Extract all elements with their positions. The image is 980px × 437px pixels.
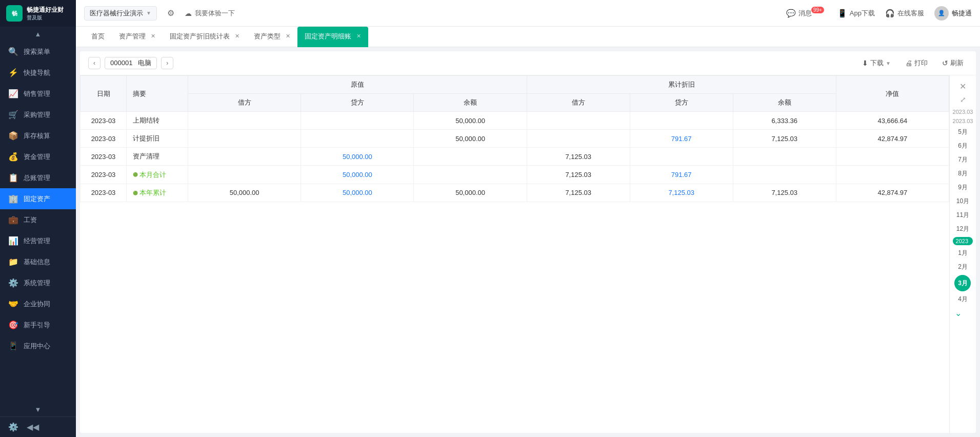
sidebar-scroll-up[interactable]: ▲	[0, 27, 76, 41]
experience-btn[interactable]: ☁ 我要体验一下	[185, 9, 235, 18]
sidebar-scroll-down[interactable]: ▼	[0, 402, 76, 416]
th-date: 日期	[81, 76, 127, 112]
tabbar: 首页 资产管理 ✕ 固定资产折旧统计表 ✕ 资产类型 ✕ 固定资产明细账 ✕	[76, 27, 980, 47]
close-tab-asset-type[interactable]: ✕	[286, 33, 290, 39]
cell-acc-debit: 7,125.03	[527, 166, 630, 184]
tl-year-label: 2023.03	[953, 107, 973, 116]
sidebar-item-finance[interactable]: 💰 资金管理	[0, 146, 76, 167]
avatar: 👤	[934, 6, 949, 21]
sidebar-icon-quicknav: ⚡	[8, 68, 18, 77]
sidebar-item-system[interactable]: ⚙️ 系统管理	[0, 272, 76, 293]
sidebar-label-inventory: 库存核算	[24, 131, 50, 141]
sidebar-item-sales[interactable]: 📈 销售管理	[0, 83, 76, 104]
table-row: 2023-03 本月合计 50,000.00 7,125.03 791.67	[81, 166, 949, 184]
cell-acc-balance: 7,125.03	[733, 130, 836, 148]
table-row: 2023-03 资产清理 50,000.00 7,125.03	[81, 148, 949, 166]
company-selector[interactable]: 医疗器械行业演示 ▼	[84, 6, 157, 21]
tl-year-label: 2023.03	[953, 116, 973, 125]
tl-close-btn[interactable]: ✕	[959, 80, 966, 92]
tl-month[interactable]: 2月	[953, 260, 973, 274]
th-orig-credit: 贷方	[301, 94, 414, 112]
sidebar-item-quicknav[interactable]: ⚡ 快捷导航	[0, 62, 76, 83]
sidebar-label-ledger: 总账管理	[24, 173, 50, 183]
sidebar-icon-guide: 🎯	[8, 320, 18, 330]
tl-month[interactable]: 5月	[953, 125, 973, 139]
th-orig-debit: 借方	[188, 94, 301, 112]
sidebar-item-appstore[interactable]: 📱 应用中心	[0, 335, 76, 356]
th-acc-balance: 余额	[733, 94, 836, 112]
sidebar-label-operations: 经营管理	[24, 236, 50, 246]
content-area: ‹ 000001 电脑 › ⬇ 下载 ▼ 🖨	[80, 51, 976, 433]
sidebar-bottom: ⚙️ ◀◀	[0, 416, 76, 437]
th-original-value: 原值	[188, 76, 527, 94]
tl-month[interactable]: 4月	[953, 292, 973, 306]
messages-btn[interactable]: 💬 消息 99+	[786, 9, 827, 18]
cell-net-value: 42,874.97	[836, 130, 949, 148]
sidebar-item-fixed_assets[interactable]: 🏢 固定资产	[0, 188, 76, 209]
tl-month[interactable]: 7月	[953, 153, 973, 167]
sidebar: 畅 畅捷通好业财 普及版 ▲ 🔍 搜索菜单 ⚡ 快捷导航 📈 销售管理 🛒 采购…	[0, 0, 76, 437]
cell-acc-debit: 7,125.03	[527, 184, 630, 202]
tl-month[interactable]: 1月	[953, 246, 973, 260]
th-orig-balance: 余额	[414, 94, 527, 112]
sidebar-label-guide: 新手引导	[24, 321, 50, 330]
tl-expand-btn[interactable]: ⤢	[960, 93, 966, 105]
tab-asset-mgmt[interactable]: 资产管理 ✕	[112, 27, 163, 47]
tl-down-arrow[interactable]: ⌄	[953, 306, 973, 320]
cell-orig-credit	[301, 130, 414, 148]
cell-date: 2023-03	[81, 184, 127, 202]
settings-icon[interactable]: ⚙️	[8, 422, 18, 432]
tab-depreciation-stats[interactable]: 固定资产折旧统计表 ✕	[163, 27, 247, 47]
sidebar-item-guide[interactable]: 🎯 新手引导	[0, 314, 76, 335]
table-wrapper: 日期 摘要 原值 累计折旧 净值 借方 贷方 余额 借方 贷方 余额	[80, 75, 976, 433]
tl-month[interactable]: 9月	[953, 181, 973, 194]
table-row: 2023-03 上期结转 50,000.00 6,333.36 43,666.6…	[81, 112, 949, 130]
sidebar-item-purchase[interactable]: 🛒 采购管理	[0, 104, 76, 125]
app-download-btn[interactable]: 📱 App下载	[837, 9, 875, 18]
sidebar-icon-ledger: 📋	[8, 173, 18, 183]
settings-gear-icon[interactable]: ⚙	[165, 6, 176, 20]
tab-home[interactable]: 首页	[84, 27, 112, 47]
tl-month[interactable]: 10月	[953, 194, 973, 208]
tl-month[interactable]: 3月	[954, 275, 971, 291]
th-net-value: 净值	[836, 76, 949, 112]
sidebar-menu: 🔍 搜索菜单 ⚡ 快捷导航 📈 销售管理 🛒 采购管理 📦 库存核算 💰 资金管…	[0, 41, 76, 402]
tl-month[interactable]: 11月	[953, 208, 973, 222]
tab-asset-detail[interactable]: 固定资产明细账 ✕	[297, 27, 368, 47]
tl-year-badge[interactable]: 2023	[953, 237, 973, 245]
sidebar-icon-operations: 📊	[8, 236, 18, 246]
asset-prev-btn[interactable]: ‹	[88, 57, 101, 69]
close-tab-asset-detail[interactable]: ✕	[356, 33, 361, 39]
sidebar-item-ledger[interactable]: 📋 总账管理	[0, 167, 76, 188]
close-tab-asset-mgmt[interactable]: ✕	[151, 33, 155, 39]
asset-next-btn[interactable]: ›	[161, 57, 173, 69]
sidebar-item-operations[interactable]: 📊 经营管理	[0, 230, 76, 251]
cell-orig-balance: 50,000.00	[414, 112, 527, 130]
cell-orig-credit	[301, 112, 414, 130]
collapse-icon[interactable]: ◀◀	[27, 422, 39, 432]
timeline-content: 2023.032023.035月6月7月8月9月10月11月12月20231月2…	[953, 107, 973, 320]
cell-desc: 资产清理	[127, 148, 188, 166]
online-service-btn[interactable]: 🎧 在线客服	[885, 9, 924, 18]
tl-month[interactable]: 12月	[953, 222, 973, 236]
refresh-btn[interactable]: ↺ 刷新	[938, 56, 968, 70]
tl-month[interactable]: 6月	[953, 139, 973, 153]
sidebar-item-basic_info[interactable]: 📁 基础信息	[0, 251, 76, 272]
sidebar-icon-appstore: 📱	[8, 341, 18, 351]
cell-net-value: 42,874.97	[836, 184, 949, 202]
refresh-icon: ↺	[942, 59, 948, 67]
tl-month[interactable]: 8月	[953, 167, 973, 181]
download-btn[interactable]: ⬇ 下载 ▼	[858, 56, 895, 70]
sidebar-label-appstore: 应用中心	[24, 342, 50, 351]
sidebar-label-basic_info: 基础信息	[24, 257, 50, 267]
cell-acc-balance	[733, 148, 836, 166]
sidebar-item-enterprise[interactable]: 🤝 企业协同	[0, 293, 76, 314]
close-tab-depreciation[interactable]: ✕	[235, 33, 239, 39]
sidebar-logo: 畅 畅捷通好业财 普及版	[0, 0, 76, 27]
sidebar-item-inventory[interactable]: 📦 库存核算	[0, 125, 76, 146]
tab-asset-type[interactable]: 资产类型 ✕	[247, 27, 297, 47]
sidebar-item-payroll[interactable]: 💼 工资	[0, 209, 76, 230]
user-menu[interactable]: 👤 畅捷通	[934, 6, 972, 21]
sidebar-item-search[interactable]: 🔍 搜索菜单	[0, 41, 76, 62]
print-btn[interactable]: 🖨 打印	[901, 56, 932, 70]
